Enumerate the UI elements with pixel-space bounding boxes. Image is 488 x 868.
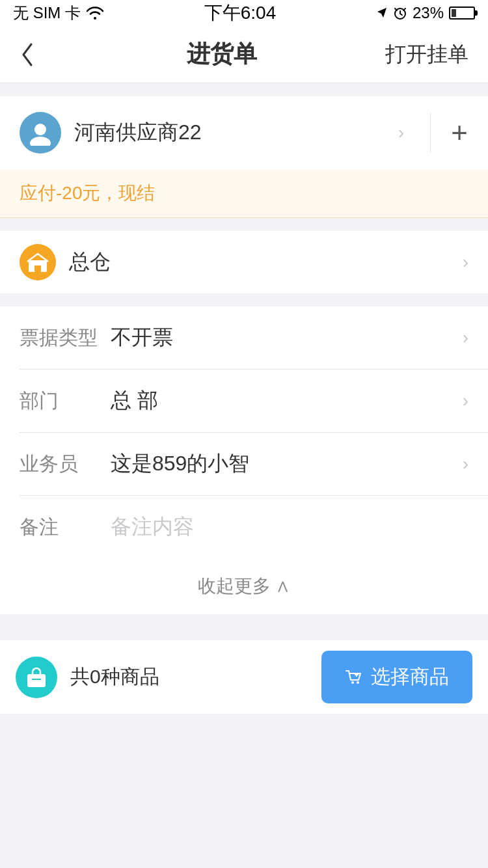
salesperson-label: 业务员 xyxy=(20,451,111,478)
open-pending-button[interactable]: 打开挂单 xyxy=(385,40,468,69)
department-chevron-icon: › xyxy=(463,390,468,411)
status-right: 23% xyxy=(376,4,475,22)
cart-icon xyxy=(345,668,363,686)
svg-point-7 xyxy=(351,681,354,684)
top-divider xyxy=(0,83,488,96)
notice-bar: 应付-20元，现结 xyxy=(0,169,488,218)
select-goods-button[interactable]: 选择商品 xyxy=(321,651,472,703)
remark-label: 备注 xyxy=(20,514,111,541)
goods-icon-bg xyxy=(16,657,57,698)
svg-rect-4 xyxy=(34,265,41,272)
svg-rect-5 xyxy=(27,674,46,687)
battery-percent: 23% xyxy=(413,4,444,22)
collapse-label: 收起更多 ∧ xyxy=(198,574,291,599)
warehouse-row[interactable]: 总仓 › xyxy=(0,231,488,293)
collapse-button[interactable]: 收起更多 ∧ xyxy=(0,558,488,614)
user-icon xyxy=(27,120,53,146)
remark-row[interactable]: 备注 备注内容 xyxy=(0,496,488,558)
warehouse-icon-bg xyxy=(20,244,56,280)
nav-bar: 进货单 打开挂单 xyxy=(0,26,488,83)
invoice-type-chevron-icon: › xyxy=(463,327,468,348)
supplier-section: 河南供应商22 › + xyxy=(0,96,488,169)
warehouse-icon xyxy=(27,251,49,273)
svg-point-1 xyxy=(34,124,46,135)
goods-bag-icon xyxy=(24,665,49,690)
svg-point-2 xyxy=(30,137,51,146)
wifi-icon xyxy=(86,7,104,20)
supplier-chevron-icon: › xyxy=(398,122,404,143)
department-row[interactable]: 部门 总 部 › xyxy=(0,370,488,432)
goods-count-text: 共0种商品 xyxy=(70,664,321,690)
salesperson-row[interactable]: 业务员 这是859的小智 › xyxy=(0,433,488,495)
status-time: 下午6:04 xyxy=(204,1,277,25)
alarm-icon xyxy=(393,6,407,20)
divider-2 xyxy=(0,293,488,306)
back-button[interactable] xyxy=(20,35,59,74)
bottom-bar: 共0种商品 选择商品 xyxy=(0,640,488,714)
warehouse-chevron-icon: › xyxy=(463,252,468,273)
supplier-name: 河南供应商22 xyxy=(74,118,398,147)
salesperson-value: 这是859的小智 xyxy=(111,450,463,478)
location-icon xyxy=(376,7,388,20)
battery-fill xyxy=(452,9,456,17)
salesperson-chevron-icon: › xyxy=(463,454,468,474)
notice-text: 应付-20元，现结 xyxy=(20,183,155,203)
add-supplier-button[interactable]: + xyxy=(431,104,488,161)
status-left: 无 SIM 卡 xyxy=(13,3,104,23)
warehouse-name: 总仓 xyxy=(69,248,463,277)
department-value: 总 部 xyxy=(111,387,463,415)
form-section: 票据类型 不开票 › 部门 总 部 › 业务员 这是859的小智 › 备注 备注… xyxy=(0,306,488,558)
department-label: 部门 xyxy=(20,388,111,414)
remark-input[interactable]: 备注内容 xyxy=(111,513,468,541)
page: 无 SIM 卡 下午6:04 23% xyxy=(0,0,488,868)
invoice-type-row[interactable]: 票据类型 不开票 › xyxy=(0,306,488,369)
select-goods-label: 选择商品 xyxy=(371,664,449,690)
supplier-select-button[interactable]: 河南供应商22 › xyxy=(0,96,430,169)
svg-point-8 xyxy=(357,681,359,684)
page-title: 进货单 xyxy=(187,38,257,70)
invoice-type-label: 票据类型 xyxy=(20,325,111,351)
battery-icon xyxy=(449,7,475,20)
divider-3 xyxy=(0,614,488,627)
divider-1 xyxy=(0,218,488,231)
carrier-label: 无 SIM 卡 xyxy=(13,3,81,23)
status-bar: 无 SIM 卡 下午6:04 23% xyxy=(0,0,488,26)
invoice-type-value: 不开票 xyxy=(111,323,463,352)
supplier-avatar xyxy=(20,112,61,154)
